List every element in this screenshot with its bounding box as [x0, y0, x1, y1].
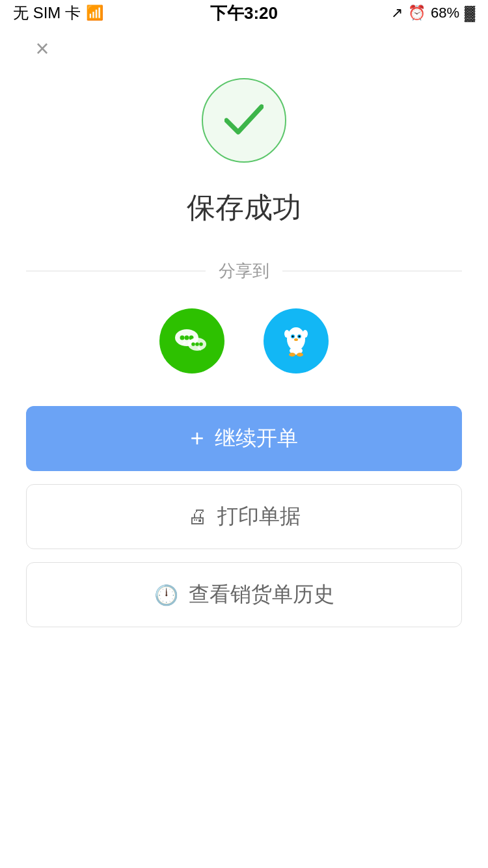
status-time: 下午3:20 [210, 2, 278, 25]
svg-point-20 [297, 353, 303, 357]
qq-icon [277, 322, 315, 360]
share-divider: 分享到 [26, 260, 462, 282]
svg-point-14 [292, 336, 294, 338]
share-label: 分享到 [219, 260, 269, 282]
svg-point-2 [185, 336, 189, 340]
history-icon: 🕛 [154, 584, 178, 606]
status-right: ↗ ⏰ 68% ▓ [391, 5, 475, 21]
continue-order-label: 继续开单 [215, 424, 298, 453]
print-button[interactable]: 🖨 打印单据 [26, 484, 462, 549]
svg-point-8 [199, 342, 203, 346]
share-section: 分享到 [0, 260, 488, 373]
alarm-icon: ⏰ [408, 5, 426, 21]
close-button[interactable]: × [26, 33, 59, 65]
success-title: 保存成功 [187, 189, 301, 227]
share-icons [26, 308, 462, 373]
close-icon: × [35, 37, 49, 61]
qq-share-button[interactable] [264, 308, 329, 373]
battery-percent: 68% [431, 5, 459, 21]
status-left: 无 SIM 卡 📶 [13, 3, 103, 23]
wifi-icon: 📶 [86, 5, 103, 21]
svg-point-6 [191, 342, 195, 346]
history-button[interactable]: 🕛 查看销货单历史 [26, 562, 462, 627]
svg-point-18 [303, 330, 308, 338]
svg-point-16 [294, 338, 298, 341]
svg-point-15 [299, 336, 301, 338]
print-icon: 🖨 [187, 506, 207, 528]
location-icon: ↗ [391, 5, 403, 21]
svg-point-17 [284, 330, 290, 338]
history-label: 查看销货单历史 [189, 580, 334, 609]
svg-point-7 [195, 342, 199, 346]
wechat-icon [172, 321, 211, 360]
plus-icon: + [190, 425, 204, 452]
checkmark-icon [224, 101, 264, 140]
success-area: 保存成功 分享到 [0, 26, 488, 627]
status-bar: 无 SIM 卡 📶 下午3:20 ↗ ⏰ 68% ▓ [0, 0, 488, 26]
action-buttons: + 继续开单 🖨 打印单据 🕛 查看销货单历史 [0, 406, 488, 627]
print-label: 打印单据 [217, 502, 301, 531]
continue-order-button[interactable]: + 继续开单 [26, 406, 462, 471]
battery-icon: ▓ [465, 5, 475, 21]
svg-point-19 [289, 353, 295, 357]
success-icon-circle [202, 78, 286, 163]
svg-point-1 [180, 336, 185, 340]
wechat-share-button[interactable] [159, 308, 224, 373]
sim-label: 无 SIM 卡 [13, 3, 81, 23]
